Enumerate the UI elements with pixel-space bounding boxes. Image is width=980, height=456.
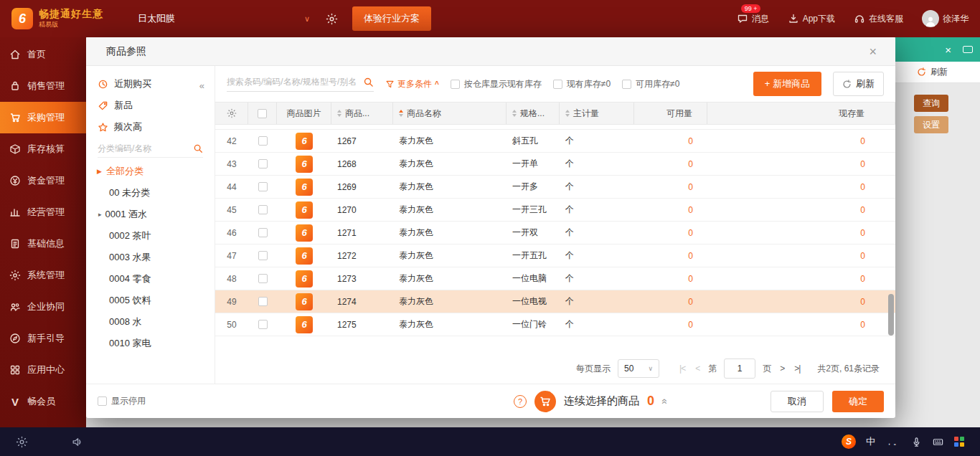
filter-warehouse-stock[interactable]: 按仓库显示现有库存 xyxy=(451,78,542,90)
table-row[interactable]: 50 6 1275 泰力灰色 一位门铃 个 0 0 xyxy=(215,313,895,336)
ime-toolbox-icon[interactable] xyxy=(954,437,964,447)
product-unit: 个 xyxy=(560,135,634,147)
tree-item-uncategorized[interactable]: 00 未分类 xyxy=(86,182,215,204)
table-row[interactable]: 45 6 1270 泰力灰色 一开三孔 个 0 0 xyxy=(215,199,895,222)
account-selector[interactable]: 日太阳膜 ∨ xyxy=(138,12,310,25)
microphone-icon[interactable] xyxy=(911,437,922,447)
per-page-select[interactable]: 50 ∨ xyxy=(618,359,659,378)
row-checkbox[interactable] xyxy=(258,159,268,168)
column-code[interactable]: 商品... xyxy=(331,103,393,124)
sidebar-item-system[interactable]: 系统管理 xyxy=(0,260,86,291)
show-disabled-checkbox[interactable]: 显示停用 xyxy=(98,395,146,407)
quick-filter-recent[interactable]: 近期购买 xyxy=(86,73,215,95)
close-icon[interactable]: × xyxy=(869,45,877,58)
category-search xyxy=(98,143,203,158)
tree-item-appliances[interactable]: 0010 家电 xyxy=(86,333,215,354)
add-product-button[interactable]: + 新增商品 xyxy=(753,72,821,96)
ime-logo[interactable]: S xyxy=(842,434,856,449)
collapse-selection-icon[interactable]: « xyxy=(659,399,671,404)
ime-language-toggle[interactable]: 中 xyxy=(866,435,875,448)
help-icon[interactable]: ? xyxy=(514,395,527,408)
sidebar-item-inventory[interactable]: 库存核算 xyxy=(0,133,86,165)
refresh-button[interactable]: 刷新 xyxy=(833,72,884,96)
table-row-selected[interactable]: 49 6 1274 泰力灰色 一位电视 个 0 0 xyxy=(215,290,895,313)
product-search-input[interactable] xyxy=(227,77,359,87)
messages-button[interactable]: 99 + 消息 xyxy=(737,13,769,25)
table-row[interactable]: 44 6 1269 泰力灰色 一开多 个 0 0 xyxy=(215,176,895,199)
row-checkbox[interactable] xyxy=(258,297,268,306)
user-menu[interactable]: 徐泽华 xyxy=(922,10,969,27)
keyboard-icon[interactable] xyxy=(932,437,944,447)
download-icon xyxy=(788,13,799,24)
cancel-button[interactable]: 取消 xyxy=(771,391,824,412)
more-filters-toggle[interactable]: 更多条件 ^ xyxy=(385,78,439,90)
table-row[interactable]: 46 6 1271 泰力灰色 一开双 个 0 0 xyxy=(215,222,895,244)
online-support-button[interactable]: 在线客服 xyxy=(854,13,903,25)
product-code: 1274 xyxy=(331,297,393,307)
close-tab-icon[interactable]: × xyxy=(945,44,951,56)
row-checkbox[interactable] xyxy=(258,136,268,146)
table-row[interactable]: 47 6 1272 泰力灰色 一开五孔 个 0 0 xyxy=(215,244,895,267)
ime-punctuation-toggle[interactable]: ，。 xyxy=(885,437,901,447)
first-page-button[interactable]: |< xyxy=(678,364,687,374)
sidebar-item-sales[interactable]: 销售管理 xyxy=(0,70,86,102)
tree-all-categories[interactable]: ▶ 全部分类 xyxy=(86,161,215,182)
row-checkbox[interactable] xyxy=(258,228,268,237)
app-download-button[interactable]: App下载 xyxy=(788,13,835,25)
last-page-button[interactable]: >| xyxy=(793,364,801,374)
scrollbar-thumb[interactable] xyxy=(888,294,894,336)
chevron-down-icon: ∨ xyxy=(648,365,653,372)
tree-item-water[interactable]: 0008 水 xyxy=(86,311,215,333)
confirm-button[interactable]: 确定 xyxy=(832,391,884,412)
tree-item-snacks[interactable]: 0004 零食 xyxy=(86,268,215,290)
row-checkbox[interactable] xyxy=(258,251,268,260)
sidebar-item-home[interactable]: 首页 xyxy=(0,39,86,70)
page-number-input[interactable] xyxy=(724,358,755,379)
collapse-panel-icon[interactable]: « xyxy=(199,80,204,91)
filter-onhand-nonzero[interactable]: 现有库存≠0 xyxy=(553,78,611,90)
table-row[interactable]: 43 6 1268 泰力灰色 一开单 个 0 0 xyxy=(215,153,895,176)
monitor-icon[interactable] xyxy=(963,46,973,53)
sidebar-item-purchase[interactable]: 采购管理 xyxy=(0,102,86,133)
trial-plan-button[interactable]: 体验行业方案 xyxy=(352,6,431,31)
tree-item-fruit[interactable]: 0003 水果 xyxy=(86,247,215,268)
sidebar-item-guide[interactable]: 新手引导 xyxy=(0,323,86,354)
settings-gear-icon[interactable] xyxy=(326,13,338,25)
next-page-button[interactable]: > xyxy=(778,364,786,374)
select-all-checkbox[interactable] xyxy=(258,109,267,118)
filter-available-nonzero[interactable]: 可用库存≠0 xyxy=(622,78,679,90)
tree-item-liquor[interactable]: ▸ 0001 酒水 xyxy=(86,204,215,225)
sidebar-item-funds[interactable]: 资金管理 xyxy=(0,165,86,196)
row-checkbox[interactable] xyxy=(258,205,268,214)
messages-label: 消息 xyxy=(752,13,769,25)
sidebar-item-basic-info[interactable]: 基础信息 xyxy=(0,228,86,260)
background-refresh-label[interactable]: 刷新 xyxy=(930,66,948,78)
tree-item-drinks[interactable]: 0005 饮料 xyxy=(86,290,215,311)
category-panel: 近期购买 新品 频次高 ▶ xyxy=(86,66,215,384)
column-spec[interactable]: 规格... xyxy=(507,103,560,124)
product-code: 1270 xyxy=(331,205,393,215)
settings-button[interactable]: 设置 xyxy=(914,116,948,133)
row-checkbox[interactable] xyxy=(258,182,268,191)
sidebar-item-collaboration[interactable]: 企业协同 xyxy=(0,291,86,323)
table-row[interactable]: 42 6 1267 泰力灰色 斜五孔 个 0 0 xyxy=(215,130,895,153)
row-checkbox[interactable] xyxy=(258,320,268,329)
speaker-icon[interactable] xyxy=(71,436,83,448)
query-button[interactable]: 查询 xyxy=(914,95,948,112)
column-settings[interactable] xyxy=(215,103,248,124)
prev-page-button[interactable]: < xyxy=(694,364,701,374)
quick-filter-frequent[interactable]: 频次高 xyxy=(86,116,215,138)
sidebar-item-member[interactable]: V 畅会员 xyxy=(0,386,86,417)
taskbar-gear-icon[interactable] xyxy=(16,436,28,448)
category-search-input[interactable] xyxy=(98,143,193,153)
column-stock[interactable]: 现存量 xyxy=(707,103,895,124)
column-available[interactable]: 可用量 xyxy=(634,103,707,124)
sidebar-item-app-center[interactable]: 应用中心 xyxy=(0,354,86,386)
tree-item-tea[interactable]: 0002 茶叶 xyxy=(86,225,215,247)
quick-filter-new[interactable]: 新品 xyxy=(86,95,215,116)
column-unit[interactable]: 主计量 xyxy=(560,103,634,124)
table-row[interactable]: 48 6 1273 泰力灰色 一位电脑 个 0 0 xyxy=(215,267,895,290)
row-checkbox[interactable] xyxy=(258,274,268,283)
sidebar-item-business[interactable]: 经营管理 xyxy=(0,196,86,228)
column-name[interactable]: 商品名称 xyxy=(393,103,507,124)
